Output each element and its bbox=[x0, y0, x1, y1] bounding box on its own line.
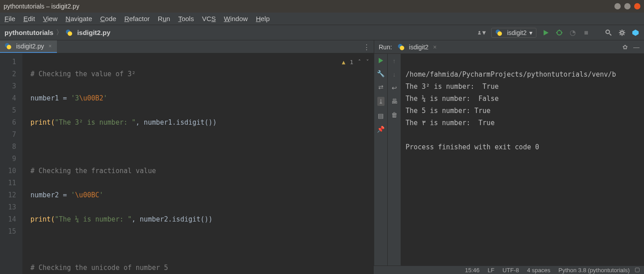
pin-icon[interactable]: 📌 bbox=[377, 126, 385, 133]
close-window-button[interactable] bbox=[634, 3, 640, 9]
code-area[interactable]: # Checking the value of 3² number1 = '3\… bbox=[22, 53, 374, 274]
svg-point-1 bbox=[68, 31, 72, 36]
prev-highlight-icon[interactable]: ˆ bbox=[358, 56, 361, 68]
next-highlight-icon[interactable]: ˇ bbox=[366, 56, 369, 68]
close-tab-icon[interactable]: × bbox=[48, 43, 52, 49]
console-line: The ٣ is number: True bbox=[406, 119, 495, 127]
close-run-tab-icon[interactable]: × bbox=[433, 43, 437, 51]
python-icon bbox=[398, 43, 405, 51]
run-pane: Run: isdigit2 × ✿ — 🔧 ⇄ ⤓ ▤ 📌 ↑ ↓ ↩ bbox=[374, 40, 644, 265]
run-header: Run: isdigit2 × ✿ — bbox=[374, 40, 644, 54]
menu-view[interactable]: View bbox=[43, 15, 57, 22]
run-sidebar-left: 🔧 ⇄ ⤓ ▤ 📌 bbox=[374, 54, 388, 265]
editor-pane: isdigit2.py × ⋮ 123456789101112131415 # … bbox=[0, 40, 374, 265]
encoding[interactable]: UTF-8 bbox=[502, 267, 519, 274]
minimize-pane-icon[interactable]: — bbox=[633, 43, 640, 51]
line-ending[interactable]: LF bbox=[488, 267, 494, 274]
svg-line-10 bbox=[609, 34, 611, 35]
indent[interactable]: 4 spaces bbox=[527, 267, 550, 274]
add-user-icon[interactable]: ▾ bbox=[478, 29, 486, 37]
warning-count: 1 bbox=[350, 56, 354, 68]
lock-icon[interactable] bbox=[635, 268, 640, 272]
menu-vcs[interactable]: VCS bbox=[202, 15, 216, 22]
editor-inspection: ▲ 1 ˆ ˇ bbox=[342, 56, 369, 68]
console-exit: Process finished with exit code 0 bbox=[406, 143, 539, 151]
layout-icon[interactable]: ▤ bbox=[378, 112, 384, 119]
svg-point-9 bbox=[606, 30, 609, 34]
maximize-button[interactable] bbox=[624, 3, 631, 9]
editor-tab-label: isdigit2.py bbox=[16, 43, 44, 50]
tabs-more-icon[interactable]: ⋮ bbox=[363, 43, 370, 52]
gutter: 123456789101112131415 bbox=[0, 53, 22, 274]
menu-help[interactable]: Help bbox=[256, 15, 270, 22]
gear-icon[interactable] bbox=[618, 29, 626, 37]
console-path: /home/fahmida/PycharmProjects/pythontuto… bbox=[406, 70, 616, 78]
run-sidebar-nav: ↑ ↓ ↩ 🖶 🗑 bbox=[388, 54, 401, 265]
window-title: pythontutorials – isdigit2.py bbox=[4, 3, 79, 10]
debug-button[interactable] bbox=[555, 29, 563, 37]
console-line: The 3² is number: True bbox=[406, 83, 499, 91]
run-button[interactable] bbox=[542, 29, 550, 37]
gear-icon[interactable]: ✿ bbox=[622, 43, 628, 51]
stop-button[interactable]: ■ bbox=[582, 29, 590, 37]
minimize-button[interactable] bbox=[614, 3, 621, 9]
svg-point-2 bbox=[479, 31, 480, 33]
run-config-selector[interactable]: isdigit2 ▾ bbox=[491, 28, 536, 38]
chevron-down-icon: ▾ bbox=[529, 29, 532, 36]
editor-tab-active[interactable]: isdigit2.py × bbox=[0, 40, 57, 53]
wrench-icon[interactable]: 🔧 bbox=[377, 70, 385, 77]
menu-edit[interactable]: Edit bbox=[23, 15, 35, 22]
down-icon[interactable]: ↓ bbox=[393, 71, 396, 78]
up-icon[interactable]: ↑ bbox=[393, 57, 396, 65]
soft-wrap-icon[interactable]: ↩ bbox=[392, 84, 397, 91]
caret-position[interactable]: 15:46 bbox=[465, 267, 480, 274]
console-line: The ¼ is number: False bbox=[406, 95, 499, 103]
ide-logo-icon[interactable] bbox=[631, 29, 640, 37]
menu-run[interactable]: Run bbox=[158, 15, 170, 22]
menu-navigate[interactable]: Navigate bbox=[65, 15, 92, 22]
svg-point-15 bbox=[400, 46, 404, 50]
run-tab-label: isdigit2 bbox=[409, 43, 429, 51]
menu-file[interactable]: File bbox=[4, 15, 15, 22]
toolbar: pythontutorials 〉 isdigit2.py ▾ isdigit2… bbox=[0, 25, 644, 40]
titlebar: pythontutorials – isdigit2.py bbox=[0, 0, 644, 13]
svg-point-4 bbox=[497, 31, 502, 36]
breadcrumb-project[interactable]: pythontutorials bbox=[4, 29, 53, 36]
svg-point-13 bbox=[7, 45, 11, 49]
breadcrumb-sep: 〉 bbox=[56, 28, 63, 37]
python-file-icon bbox=[4, 43, 12, 50]
console-line: The 5 is number: True bbox=[406, 107, 491, 115]
menu-window[interactable]: Window bbox=[224, 15, 248, 22]
svg-point-11 bbox=[621, 31, 623, 34]
run-tab[interactable]: isdigit2 × bbox=[398, 43, 437, 51]
svg-point-5 bbox=[557, 30, 562, 35]
editor-tabs: isdigit2.py × ⋮ bbox=[0, 40, 374, 53]
print-icon[interactable]: 🖶 bbox=[391, 98, 398, 105]
python-file-icon bbox=[65, 29, 73, 36]
menu-refactor[interactable]: Refactor bbox=[124, 15, 150, 22]
coverage-button[interactable]: ◔ bbox=[569, 29, 577, 37]
scroll-end-icon[interactable]: ⤓ bbox=[377, 97, 385, 106]
run-config-name: isdigit2 bbox=[507, 29, 527, 36]
rerun-icon[interactable] bbox=[378, 57, 384, 64]
console-output[interactable]: /home/fahmida/PycharmProjects/pythontuto… bbox=[401, 54, 644, 265]
interpreter[interactable]: Python 3.8 (pythontutorials) bbox=[558, 267, 630, 274]
menu-tools[interactable]: Tools bbox=[178, 15, 194, 22]
toggle-wrap-icon[interactable]: ⇄ bbox=[378, 83, 384, 91]
warning-icon[interactable]: ▲ bbox=[342, 56, 346, 68]
breadcrumb: pythontutorials 〉 isdigit2.py bbox=[4, 28, 110, 37]
run-label: Run: bbox=[379, 43, 392, 51]
code-editor[interactable]: 123456789101112131415 # Checking the val… bbox=[0, 53, 374, 274]
trash-icon[interactable]: 🗑 bbox=[391, 111, 398, 118]
menu-code[interactable]: Code bbox=[100, 15, 117, 22]
breadcrumb-file[interactable]: isdigit2.py bbox=[77, 29, 110, 36]
search-icon[interactable] bbox=[605, 29, 613, 37]
menubar: File Edit View Navigate Code Refactor Ru… bbox=[0, 13, 644, 25]
python-icon bbox=[495, 29, 502, 36]
